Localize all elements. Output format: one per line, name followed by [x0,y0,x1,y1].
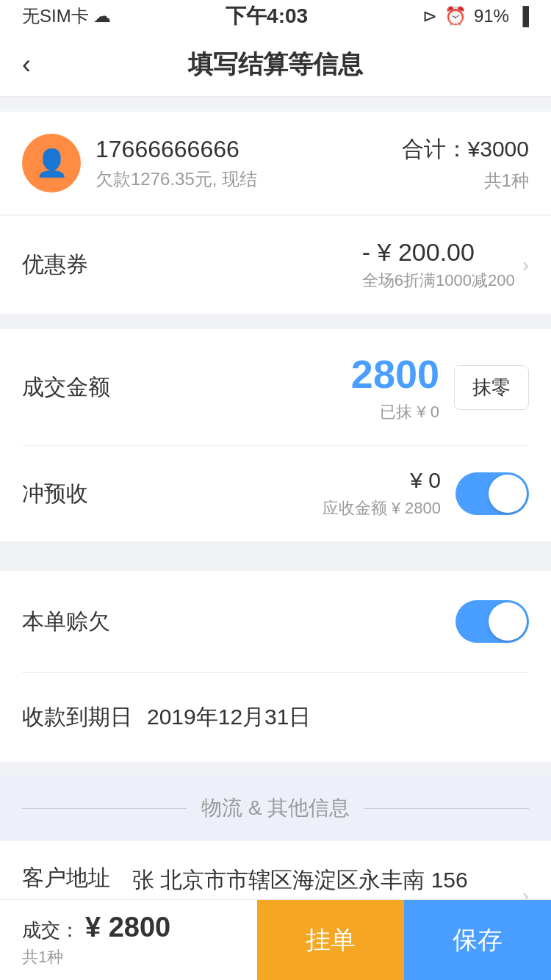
sim-label: 无SIM卡 ☁ [22,4,111,28]
battery-label: 91% [474,6,509,26]
coupon-row[interactable]: 优惠券 - ¥ 200.00 全场6折满1000减200 › [0,216,551,314]
bottom-deal-label: 成交： [22,918,79,943]
logistics-line-right [364,808,529,809]
coupon-right: - ¥ 200.00 全场6折满1000减200 › [362,238,529,292]
prepay-row: 冲预收 ¥ 0 应收金额 ¥ 2800 [22,446,529,541]
prepay-amount: ¥ 0 应收金额 ¥ 2800 [323,468,441,519]
round-button[interactable]: 抹零 [454,365,529,410]
user-info: 17666666666 欠款1276.35元, 现结 [96,136,257,191]
bottom-bar: 成交： ¥ 2800 共1种 挂单 保存 [0,899,551,980]
total-amount: 合计：¥3000 [402,134,529,165]
section-divider-1 [0,314,551,329]
prepay-toggle[interactable] [455,472,529,515]
item-count: 共1种 [402,169,529,192]
prepay-main: ¥ 0 [323,468,441,493]
due-date-row: 收款到期日 2019年12月31日 [22,673,529,762]
battery-icon: ▐ [516,6,529,26]
bottom-deal-row: 成交： ¥ 2800 [22,912,235,943]
section-divider-3 [0,762,551,777]
user-right: 合计：¥3000 共1种 [402,134,529,192]
user-debt: 欠款1276.35元, 现结 [96,167,257,191]
deal-amount-info: 2800 已抹 ¥ 0 [351,351,439,423]
avatar: 👤 [22,134,81,192]
deal-amount-row: 成交金额 2800 已抹 ¥ 0 抹零 [22,329,529,446]
coupon-amount: - ¥ 200.00 [362,238,515,267]
nav-title: 填写结算等信息 [188,48,363,82]
hold-button[interactable]: 挂单 [257,900,404,980]
deal-amount-value: 2800 [351,351,439,397]
status-right: ⊳ ⏰ 91% ▐ [422,6,529,26]
coupon-info: - ¥ 200.00 全场6折满1000减200 [362,238,515,292]
due-date-label: 收款到期日 [22,702,132,732]
logistics-line-left [22,808,187,809]
prepay-label: 冲预收 [22,479,88,509]
coupon-label: 优惠券 [22,250,88,280]
save-button[interactable]: 保存 [404,900,551,980]
section-divider-2 [0,541,551,556]
user-phone: 17666666666 [96,136,257,163]
bottom-info: 成交： ¥ 2800 共1种 [0,900,257,980]
debit-section: 本单赊欠 收款到期日 2019年12月31日 [0,571,551,762]
deal-amount-right: 2800 已抹 ¥ 0 抹零 [351,351,529,423]
deal-amount-sub: 已抹 ¥ 0 [351,401,439,423]
status-time: 下午4:03 [226,2,308,30]
status-bar: 无SIM卡 ☁ 下午4:03 ⊳ ⏰ 91% ▐ [0,0,551,32]
avatar-icon: 👤 [35,148,68,179]
alarm-icon: ⏰ [444,6,467,26]
bottom-amount: ¥ 2800 [85,912,170,943]
debit-row: 本单赊欠 [22,571,529,673]
bottom-count: 共1种 [22,946,235,968]
debit-toggle[interactable] [455,600,529,643]
coupon-desc: 全场6折满1000减200 [362,270,515,292]
user-card: 👤 17666666666 欠款1276.35元, 现结 合计：¥3000 共1… [0,112,551,215]
debit-label: 本单赊欠 [22,607,110,637]
user-left: 👤 17666666666 欠款1276.35元, 现结 [22,134,257,192]
status-left: 无SIM卡 ☁ [22,4,111,28]
prepay-right: ¥ 0 应收金额 ¥ 2800 [323,468,529,519]
nav-bar: ‹ 填写结算等信息 [0,32,551,97]
amount-section: 成交金额 2800 已抹 ¥ 0 抹零 冲预收 ¥ 0 应收金额 ¥ 2800 [0,329,551,541]
due-date-value: 2019年12月31日 [147,702,311,732]
back-button[interactable]: ‹ [22,42,38,87]
prepay-sub: 应收金额 ¥ 2800 [323,497,441,519]
location-icon: ⊳ [422,6,437,26]
coupon-chevron-icon: › [522,253,529,277]
logistics-text: 物流 & 其他信息 [201,794,350,822]
deal-amount-label: 成交金额 [22,372,110,403]
logistics-header: 物流 & 其他信息 [0,777,551,840]
address-label: 客户地址 [22,863,110,893]
